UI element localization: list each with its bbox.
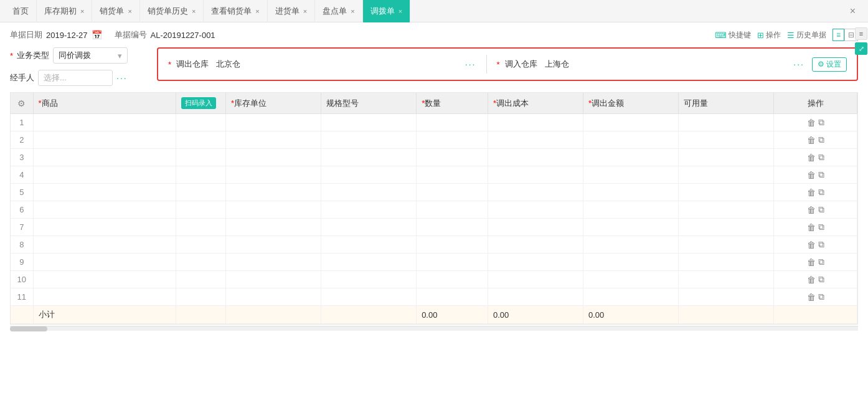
cost-cell[interactable]	[488, 288, 583, 306]
sidebar-expand-button[interactable]: ⤢	[855, 42, 867, 55]
delete-icon[interactable]: 🗑	[807, 205, 816, 215]
amount-cell[interactable]	[583, 114, 678, 131]
qty-cell[interactable]	[417, 271, 488, 288]
tab-transfer[interactable]: 调拨单 ×	[363, 0, 410, 22]
qty-cell[interactable]	[417, 254, 488, 271]
copy-icon[interactable]: ⧉	[818, 135, 824, 145]
sidebar-note-button[interactable]: ≡	[855, 27, 867, 40]
unit-cell[interactable]	[226, 236, 321, 254]
copy-icon[interactable]: ⧉	[818, 204, 824, 215]
qty-cell[interactable]	[417, 131, 488, 149]
copy-icon[interactable]: ⧉	[818, 187, 824, 198]
cost-cell[interactable]	[488, 149, 583, 166]
cost-cell[interactable]	[488, 254, 583, 271]
tab-purchase-order[interactable]: 进货单 ×	[268, 0, 315, 22]
copy-icon[interactable]: ⧉	[818, 152, 824, 163]
delete-icon[interactable]: 🗑	[807, 188, 816, 198]
scrollbar-thumb[interactable]	[10, 326, 47, 331]
cost-cell[interactable]	[488, 219, 583, 236]
spec-cell[interactable]	[321, 254, 417, 271]
product-cell[interactable]	[33, 254, 176, 271]
spec-cell[interactable]	[321, 288, 417, 306]
spec-cell[interactable]	[321, 114, 417, 131]
copy-icon[interactable]: ⧉	[818, 257, 824, 267]
amount-cell[interactable]	[583, 184, 678, 201]
product-cell[interactable]	[33, 114, 176, 131]
product-cell[interactable]	[33, 219, 176, 236]
amount-cell[interactable]	[583, 271, 678, 288]
history-button[interactable]: ☰ 历史单据	[787, 30, 826, 40]
delete-icon[interactable]: 🗑	[807, 257, 816, 267]
cost-cell[interactable]	[488, 271, 583, 288]
unit-cell[interactable]	[226, 201, 321, 219]
cost-cell[interactable]	[488, 184, 583, 201]
delete-icon[interactable]: 🗑	[807, 170, 816, 180]
copy-icon[interactable]: ⧉	[818, 292, 824, 302]
delete-icon[interactable]: 🗑	[807, 118, 816, 128]
unit-cell[interactable]	[226, 114, 321, 131]
tab-inventory-init[interactable]: 库存期初 ×	[37, 0, 92, 22]
qty-cell[interactable]	[417, 114, 488, 131]
handler-more-button[interactable]: ···	[116, 73, 128, 83]
window-close-button[interactable]: ×	[842, 6, 863, 17]
spec-cell[interactable]	[321, 271, 417, 288]
copy-icon[interactable]: ⧉	[818, 239, 824, 250]
close-purchase-order[interactable]: ×	[303, 7, 307, 15]
tab-view-sales[interactable]: 查看销货单 ×	[204, 0, 267, 22]
amount-cell[interactable]	[583, 131, 678, 149]
amount-cell[interactable]	[583, 288, 678, 306]
product-cell[interactable]	[33, 288, 176, 306]
product-cell[interactable]	[33, 184, 176, 201]
cost-cell[interactable]	[488, 114, 583, 131]
copy-icon[interactable]: ⧉	[818, 169, 824, 180]
barcode-scan-button[interactable]: 扫码录入	[181, 97, 216, 109]
horizontal-scrollbar[interactable]	[10, 326, 858, 331]
calendar-icon[interactable]: 📅	[92, 30, 102, 40]
copy-icon[interactable]: ⧉	[818, 222, 824, 232]
close-sales-history[interactable]: ×	[192, 7, 196, 15]
product-cell[interactable]	[33, 149, 176, 166]
qty-cell[interactable]	[417, 184, 488, 201]
cost-cell[interactable]	[488, 236, 583, 254]
copy-icon[interactable]: ⧉	[818, 274, 824, 285]
product-cell[interactable]	[33, 201, 176, 219]
spec-cell[interactable]	[321, 201, 417, 219]
shortcuts-button[interactable]: ⌨ 快捷键	[715, 30, 751, 40]
unit-cell[interactable]	[226, 288, 321, 306]
tab-home[interactable]: 首页	[5, 0, 37, 22]
amount-cell[interactable]	[583, 201, 678, 219]
unit-cell[interactable]	[226, 166, 321, 184]
column-settings-icon[interactable]: ⚙	[17, 98, 26, 108]
delete-icon[interactable]: 🗑	[807, 275, 816, 285]
delete-icon[interactable]: 🗑	[807, 153, 816, 163]
qty-cell[interactable]	[417, 288, 488, 306]
tab-sales-history[interactable]: 销货单历史 ×	[140, 0, 204, 22]
spec-cell[interactable]	[321, 219, 417, 236]
delete-icon[interactable]: 🗑	[807, 135, 816, 145]
qty-cell[interactable]	[417, 236, 488, 254]
th-settings[interactable]: ⚙	[11, 93, 33, 114]
qty-cell[interactable]	[417, 149, 488, 166]
close-inventory-init[interactable]: ×	[80, 7, 84, 15]
unit-cell[interactable]	[226, 254, 321, 271]
unit-cell[interactable]	[226, 271, 321, 288]
product-cell[interactable]	[33, 271, 176, 288]
business-type-select[interactable]: 同价调拨 ▾	[53, 47, 128, 64]
amount-cell[interactable]	[583, 219, 678, 236]
product-cell[interactable]	[33, 131, 176, 149]
cost-cell[interactable]	[488, 131, 583, 149]
amount-cell[interactable]	[583, 149, 678, 166]
qty-cell[interactable]	[417, 219, 488, 236]
cost-cell[interactable]	[488, 166, 583, 184]
spec-cell[interactable]	[321, 149, 417, 166]
copy-icon[interactable]: ⧉	[818, 117, 824, 128]
warehouse-in-more-button[interactable]: ···	[793, 59, 804, 69]
handler-select[interactable]: 选择...	[38, 70, 113, 86]
spec-cell[interactable]	[321, 131, 417, 149]
unit-cell[interactable]	[226, 184, 321, 201]
amount-cell[interactable]	[583, 166, 678, 184]
spec-cell[interactable]	[321, 184, 417, 201]
spec-cell[interactable]	[321, 236, 417, 254]
unit-cell[interactable]	[226, 149, 321, 166]
amount-cell[interactable]	[583, 254, 678, 271]
